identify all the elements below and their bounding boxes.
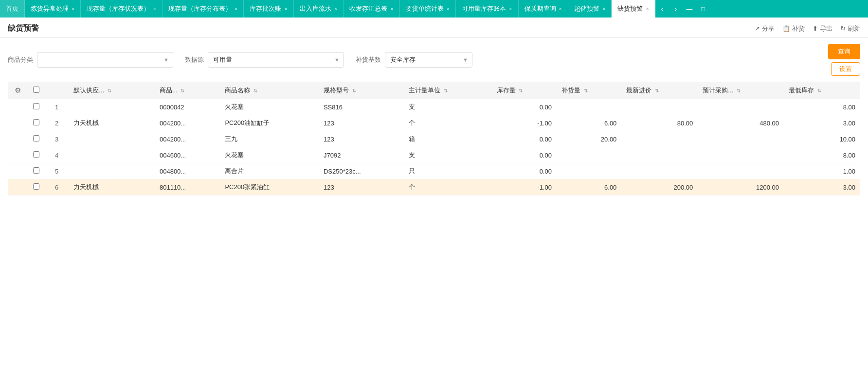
- row-product-name: PC200张紧油缸: [220, 179, 319, 195]
- share-button[interactable]: ↗ 分享: [755, 24, 775, 33]
- tab-boil-exception[interactable]: 炼货异常处理 ×: [25, 0, 81, 18]
- tab-next-btn[interactable]: ›: [669, 0, 683, 18]
- row-default-supplier: 力天机械: [69, 115, 155, 131]
- tab-inv-status-close[interactable]: ×: [153, 6, 156, 12]
- th-unit-label: 主计量单位: [409, 87, 440, 94]
- datasource-select[interactable]: 可用量 ▼: [208, 52, 344, 68]
- row-checkbox[interactable]: [33, 151, 39, 158]
- row-stock: 0.00: [492, 131, 557, 147]
- row-checkbox-cell[interactable]: [27, 99, 45, 115]
- table-row: 3 004200... 三九 123 箱 0.00 20.00 10.00: [8, 131, 860, 147]
- tab-inv-dist-label: 现存量（库存分布表）: [168, 4, 232, 13]
- row-stock: 0.00: [492, 147, 557, 163]
- th-replenish[interactable]: 补货量 ⇅: [557, 82, 621, 99]
- select-all-checkbox[interactable]: [33, 87, 39, 93]
- row-stock: 0.00: [492, 99, 557, 115]
- tab-inv-dist-close[interactable]: ×: [235, 6, 237, 12]
- tab-inout-flow[interactable]: 出入库流水 ×: [294, 0, 344, 18]
- th-product-name[interactable]: 商品名称 ⇅: [220, 82, 319, 99]
- tab-inv-status-label: 现存量（库存状况表）: [87, 4, 150, 13]
- row-default-supplier: 力天机械: [69, 179, 155, 195]
- tab-inout-close[interactable]: ×: [334, 6, 337, 12]
- row-product-name: 离合片: [220, 163, 319, 179]
- row-est-purchase: 480.00: [698, 115, 784, 131]
- th-product-code[interactable]: 商品... ⇅: [155, 82, 220, 99]
- tab-inventory-dist[interactable]: 现存量（库存分布表） ×: [163, 0, 244, 18]
- tab-home[interactable]: 首页: [0, 0, 25, 18]
- th-stock[interactable]: 库存量 ⇅: [492, 82, 557, 99]
- tab-maximize-btn[interactable]: □: [696, 0, 710, 18]
- tab-boil-close[interactable]: ×: [72, 6, 74, 12]
- table-header-row: ⚙ 默认供应... ⇅ 商品... ⇅ 商品名称: [8, 82, 860, 99]
- th-est-purchase[interactable]: 预计采购... ⇅: [698, 82, 784, 99]
- th-latest-price[interactable]: 最新进价 ⇅: [621, 82, 698, 99]
- row-checkbox-cell[interactable]: [27, 179, 45, 195]
- row-checkbox[interactable]: [33, 119, 39, 125]
- row-min-stock: 3.00: [784, 179, 860, 195]
- row-settings-cell: [8, 147, 27, 163]
- row-replenish: 6.00: [557, 179, 621, 195]
- tab-expiry-close[interactable]: ×: [559, 6, 562, 12]
- tab-inventory-status[interactable]: 现存量（库存状况表） ×: [81, 0, 162, 18]
- tab-recv-close[interactable]: ×: [390, 6, 393, 12]
- tab-shortage[interactable]: 缺货预警 ×: [612, 0, 655, 18]
- replenish-base-value: 安全库存: [390, 55, 416, 64]
- tab-shortage-close[interactable]: ×: [646, 6, 649, 12]
- export-button[interactable]: ⬆ 导出: [813, 24, 832, 33]
- row-number: 2: [45, 115, 69, 131]
- tab-order-stat[interactable]: 要货单统计表 ×: [400, 0, 456, 18]
- minimize-icon: —: [686, 5, 692, 13]
- row-checkbox[interactable]: [33, 183, 39, 190]
- row-checkbox-cell[interactable]: [27, 131, 45, 147]
- table-row: 4 004600... 火花塞 J7092 支 0.00 8.00: [8, 147, 860, 163]
- tab-recv-summary[interactable]: 收发存汇总表 ×: [344, 0, 399, 18]
- row-checkbox[interactable]: [33, 135, 39, 141]
- th-spec[interactable]: 规格型号 ⇅: [319, 82, 404, 99]
- datasource-value: 可用量: [213, 55, 232, 64]
- tab-avail-close[interactable]: ×: [509, 6, 512, 12]
- tab-order-close[interactable]: ×: [447, 6, 450, 12]
- tab-overstock[interactable]: 超储预警 ×: [568, 0, 612, 18]
- sort-price-icon: ⇅: [655, 88, 659, 93]
- row-replenish: 6.00: [557, 115, 621, 131]
- row-default-supplier: [69, 131, 155, 147]
- th-settings[interactable]: ⚙: [8, 82, 27, 99]
- settings-gear-icon[interactable]: ⚙: [15, 86, 21, 94]
- refresh-button[interactable]: ↻ 刷新: [840, 24, 860, 33]
- tab-batch-account[interactable]: 库存批次账 ×: [244, 0, 293, 18]
- tab-boil-label: 炼货异常处理: [31, 4, 69, 13]
- row-checkbox-cell[interactable]: [27, 163, 45, 179]
- category-select[interactable]: ▼: [37, 52, 173, 68]
- row-checkbox[interactable]: [33, 167, 39, 174]
- row-est-purchase: [698, 99, 784, 115]
- row-settings-cell: [8, 163, 27, 179]
- row-spec: 123: [319, 115, 404, 131]
- row-est-purchase: [698, 163, 784, 179]
- query-button[interactable]: 查询: [828, 44, 860, 59]
- replenish-base-select[interactable]: 安全库存 ▼: [385, 52, 472, 68]
- category-arrow-icon: ▼: [163, 57, 169, 63]
- tab-expiry-query[interactable]: 保质期查询 ×: [519, 0, 568, 18]
- tab-avail-ledger[interactable]: 可用量库存账本 ×: [456, 0, 518, 18]
- row-checkbox[interactable]: [33, 103, 39, 109]
- th-unit[interactable]: 主计量单位 ⇅: [404, 82, 492, 99]
- tab-bar: 首页 炼货异常处理 × 现存量（库存状况表） × 现存量（库存分布表） × 库存…: [0, 0, 868, 18]
- maximize-icon: □: [701, 5, 705, 13]
- row-checkbox-cell[interactable]: [27, 147, 45, 163]
- th-checkbox[interactable]: [27, 82, 45, 99]
- th-min-stock[interactable]: 最低库存 ⇅: [784, 82, 860, 99]
- replenish-base-filter-group: 补货基数 安全库存 ▼: [356, 52, 472, 68]
- tab-minimize-btn[interactable]: —: [683, 0, 696, 18]
- tab-prev-btn[interactable]: ‹: [655, 0, 669, 18]
- tab-batch-close[interactable]: ×: [284, 6, 287, 12]
- row-checkbox-cell[interactable]: [27, 115, 45, 131]
- row-min-stock: 1.00: [784, 163, 860, 179]
- row-product-code: 004600...: [155, 147, 220, 163]
- settings-button[interactable]: 设置: [831, 62, 860, 76]
- row-replenish: [557, 147, 621, 163]
- th-default-supplier[interactable]: 默认供应... ⇅: [69, 82, 155, 99]
- replenish-button[interactable]: 📋 补货: [782, 24, 805, 33]
- row-product-code: 0000042: [155, 99, 220, 115]
- tab-overstock-close[interactable]: ×: [602, 6, 605, 12]
- category-label: 商品分类: [8, 55, 33, 64]
